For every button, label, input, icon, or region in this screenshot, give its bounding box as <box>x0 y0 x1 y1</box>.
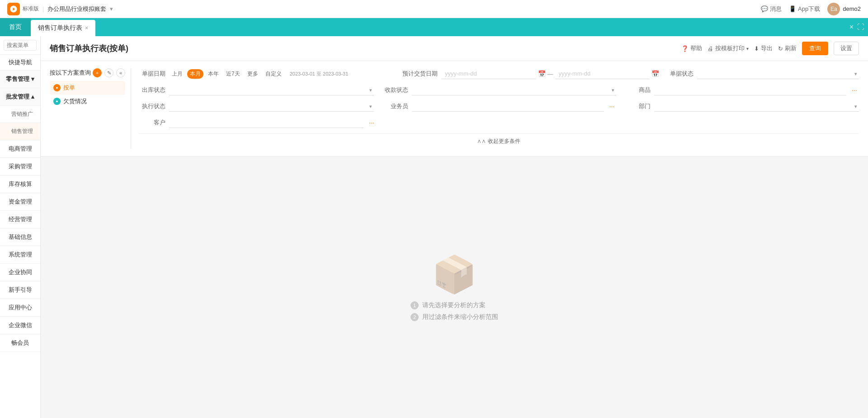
sidebar-item-wholesale-mgmt[interactable]: 批发管理 ▴ <box>0 88 40 106</box>
sidebar-item-marketing[interactable]: 营销推广 <box>0 106 40 123</box>
collapse-bar[interactable]: ∧∧ 收起更多条件 <box>138 133 859 149</box>
sidebar-item-enterprise-wechat[interactable]: 企业微信 <box>0 317 40 334</box>
date-btn-last-month[interactable]: 上月 <box>169 69 185 79</box>
expected-delivery-to[interactable] <box>555 68 650 79</box>
help-button[interactable]: ❓ 帮助 <box>681 44 702 52</box>
payment-status-select-wrap: ▾ <box>412 85 617 95</box>
sidebar-item-retail-mgmt[interactable]: 零售管理 ▾ <box>0 71 40 88</box>
tab-sales-order-label: 销售订单执行表 <box>38 24 82 32</box>
exec-status-select[interactable] <box>169 101 374 112</box>
breadcrumb-arrow-icon[interactable]: ▾ <box>110 5 113 12</box>
sidebar-item-finance-mgmt[interactable]: 资金管理 <box>0 193 40 211</box>
sidebar-item-system-mgmt[interactable]: 系统管理 <box>0 246 40 264</box>
sidebar-item-quick-nav[interactable]: 快捷导航 <box>0 55 40 71</box>
tabbar-right: × ⛶ <box>849 18 868 36</box>
salesperson-label: 业务员 <box>381 102 408 110</box>
help-icon: ❓ <box>681 45 689 52</box>
filter-scheme-single[interactable]: ● 按单 <box>50 81 125 95</box>
collapse-icon: « <box>119 70 122 76</box>
filter-sidebar-icons: + ✎ « <box>93 68 125 77</box>
tab-sales-order-exec[interactable]: 销售订单执行表 × <box>31 20 95 36</box>
sidebar-item-basic-info[interactable]: 基础信息 <box>0 228 40 246</box>
message-action[interactable]: 💬 消息 <box>761 5 782 13</box>
sidebar-item-ecommerce-mgmt[interactable]: 电商管理 <box>0 140 40 158</box>
empty-tip-2-text: 用过滤条件来缩小分析范围 <box>422 313 498 321</box>
department-field: 部门 ▾ <box>623 101 859 112</box>
customer-input[interactable] <box>169 117 363 128</box>
sidebar-item-enterprise-collab[interactable]: 企业协同 <box>0 264 40 281</box>
user-name: demo2 <box>843 5 861 12</box>
department-select[interactable] <box>654 101 859 112</box>
collapse-up-icon: ∧∧ <box>477 138 486 144</box>
exec-status-label: 执行状态 <box>138 102 165 110</box>
date-btn-this-year[interactable]: 本年 <box>205 69 222 79</box>
product-field: 商品 ··· <box>623 85 859 95</box>
sidebar-item-sales-mgmt[interactable]: 销售管理 <box>0 123 40 140</box>
sidebar: 快捷导航 零售管理 ▾ 批发管理 ▴ 营销推广 销售管理 电商管理 采购管理 库… <box>0 36 41 418</box>
empty-illustration: 📦 <box>432 253 477 296</box>
template-print-label: 按模板打印 <box>715 44 745 52</box>
sidebar-item-vip-member[interactable]: 畅会员 <box>0 334 40 352</box>
page-actions: ❓ 帮助 🖨 按模板打印 ▾ ⬇ 导出 ↻ 刷新 查询 设置 <box>681 42 859 55</box>
doc-status-select-wrap: ▾ <box>697 68 859 79</box>
expected-delivery-from[interactable] <box>441 68 536 79</box>
date-dash: — <box>547 71 553 77</box>
settings-button[interactable]: 设置 <box>834 42 859 55</box>
date-btn-custom[interactable]: 自定义 <box>263 69 284 79</box>
customer-label: 客户 <box>138 119 165 127</box>
doc-status-select[interactable] <box>697 68 859 79</box>
app-download-icon: 📱 <box>789 5 796 12</box>
doc-status-label: 单据状态 <box>666 70 693 78</box>
breadcrumb-text: 办公用品行业模拟账套 <box>47 5 106 13</box>
debt-situation-label: 欠货情况 <box>63 97 87 105</box>
date-btn-this-month[interactable]: 本月 <box>187 69 203 79</box>
refresh-button[interactable]: ↻ 刷新 <box>778 44 797 52</box>
tab-home[interactable]: 首页 <box>0 18 31 36</box>
template-print-button[interactable]: 🖨 按模板打印 ▾ <box>708 44 749 52</box>
add-scheme-button[interactable]: + <box>93 68 102 77</box>
warehouse-status-select[interactable] <box>169 85 374 95</box>
empty-tips: 1 请先选择要分析的方案 2 用过滤条件来缩小分析范围 <box>410 301 498 321</box>
expected-delivery-field: 预计交货日期 📅 — 📅 <box>402 68 659 79</box>
sidebar-item-new-user-guide[interactable]: 新手引导 <box>0 281 40 299</box>
salesperson-field: 业务员 ··· <box>381 101 617 112</box>
chevron-down-icon: ▾ <box>746 46 749 51</box>
sidebar-item-app-center[interactable]: 应用中心 <box>0 299 40 317</box>
app-download-action[interactable]: 📱 App下载 <box>789 5 820 13</box>
sidebar-item-operations-mgmt[interactable]: 经营管理 <box>0 211 40 228</box>
logo-text: 标准版 <box>23 5 39 13</box>
sidebar-item-purchase-mgmt[interactable]: 采购管理 <box>0 158 40 176</box>
window-maximize-icon[interactable]: ⛶ <box>857 24 864 31</box>
salesperson-more-icon[interactable]: ··· <box>608 103 617 110</box>
payment-status-select[interactable] <box>412 85 617 95</box>
filter-main: 单据日期 上月 本月 本年 近7天 更多 自定义 2023-03-01 至 20… <box>131 68 859 149</box>
filter-panel: 按以下方案查询 + ✎ « <box>41 61 868 157</box>
expected-delivery-label: 预计交货日期 <box>402 70 438 78</box>
tip-num-1: 1 <box>410 301 419 309</box>
search-input[interactable] <box>4 40 37 51</box>
tip-num-2: 2 <box>410 313 419 321</box>
window-close-icon[interactable]: × <box>849 24 854 31</box>
sidebar-search-area <box>0 36 40 55</box>
calendar-to-icon[interactable]: 📅 <box>651 70 659 77</box>
salesperson-input[interactable] <box>412 101 604 112</box>
sidebar-item-inventory-check[interactable]: 库存核算 <box>0 176 40 193</box>
product-input[interactable] <box>654 85 846 95</box>
customer-more-icon[interactable]: ··· <box>367 119 376 126</box>
query-button[interactable]: 查询 <box>802 42 828 55</box>
date-btn-7days[interactable]: 近7天 <box>223 69 243 79</box>
export-button[interactable]: ⬇ 导出 <box>754 44 773 52</box>
doc-date-field: 单据日期 上月 本月 本年 近7天 更多 自定义 2023-03-01 至 20… <box>138 69 395 79</box>
collapse-sidebar-button[interactable]: « <box>116 68 125 77</box>
user-area[interactable]: Ea demo2 <box>827 3 861 15</box>
date-btn-more[interactable]: 更多 <box>245 69 261 79</box>
doc-status-field: 单据状态 ▾ <box>666 68 859 79</box>
edit-icon: ✎ <box>107 70 111 76</box>
tab-close-icon[interactable]: × <box>85 25 88 31</box>
product-more-icon[interactable]: ··· <box>850 86 859 94</box>
calendar-from-icon[interactable]: 📅 <box>538 70 546 77</box>
message-label: 消息 <box>770 5 782 13</box>
edit-scheme-button[interactable]: ✎ <box>104 68 113 77</box>
app-logo-icon[interactable] <box>7 3 20 15</box>
filter-scheme-debt[interactable]: ● 欠货情况 <box>50 95 125 108</box>
